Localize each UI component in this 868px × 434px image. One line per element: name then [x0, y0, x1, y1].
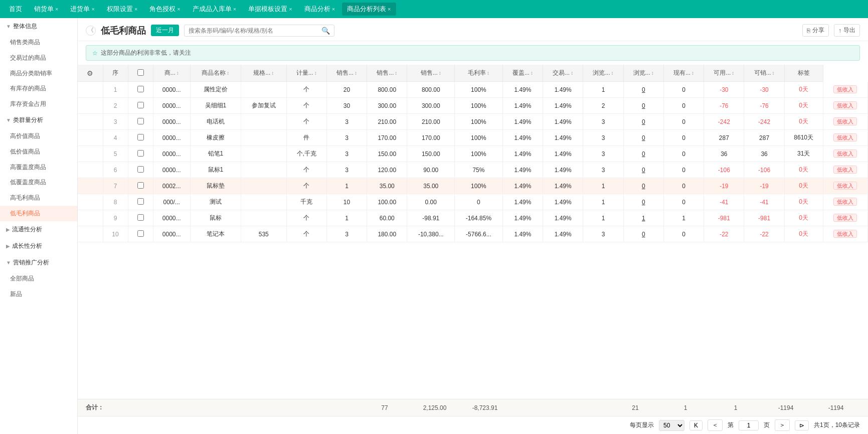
nav-template-settings[interactable]: 单据模板设置 × — [243, 3, 297, 16]
sidebar-item-stocked-goods[interactable]: 有库存的商品 — [0, 81, 77, 96]
sidebar-collapse-button[interactable]: 《 — [86, 26, 96, 36]
row-checkbox[interactable] — [137, 166, 144, 173]
th-seq[interactable]: 序 — [103, 65, 128, 82]
nav-analysis-list[interactable]: 商品分析列表 × — [342, 3, 396, 16]
th-unit[interactable]: 计量...↕ — [286, 65, 326, 82]
row-view1[interactable]: 0 — [623, 162, 663, 178]
row-view1[interactable]: 0 — [623, 98, 663, 114]
row-view1[interactable]: 0 — [623, 146, 663, 162]
row-checkbox[interactable] — [137, 134, 144, 140]
nav-close-finished[interactable]: × — [233, 6, 236, 12]
th-product-code[interactable]: 商...↕ — [153, 65, 190, 82]
row-view1[interactable]: 0 — [623, 82, 663, 98]
row-checkbox-cell[interactable] — [128, 130, 153, 146]
sidebar-item-low-coverage[interactable]: 低覆盖度商品 — [0, 175, 77, 190]
sidebar-item-new-goods[interactable]: 新品 — [0, 286, 77, 302]
row-checkbox-cell[interactable] — [128, 98, 153, 114]
th-available-stock[interactable]: 可用...↕ — [704, 65, 744, 82]
th-tag[interactable]: 标签 — [784, 65, 823, 82]
sidebar-group-marketing[interactable]: ▼ 营销推广分析 — [0, 254, 77, 271]
row-checkbox-cell[interactable] — [128, 162, 153, 178]
sidebar-item-traded-goods[interactable]: 交易过的商品 — [0, 50, 77, 66]
th-saleable-days[interactable]: 可销...↕ — [744, 65, 784, 82]
per-page-select[interactable]: 50 100 200 — [659, 420, 684, 431]
row-unit: 个 — [286, 98, 326, 114]
row-checkbox[interactable] — [137, 198, 144, 205]
sidebar-item-all-goods[interactable]: 全部商品 — [0, 271, 77, 286]
th-sale-profit[interactable]: 销售...↕ — [407, 65, 455, 82]
nav-role-auth[interactable]: 角色授权 × — [144, 3, 185, 16]
nav-purchase-order[interactable]: 进货单 × — [65, 3, 99, 16]
row-view1[interactable]: 0 — [623, 130, 663, 146]
row-checkbox[interactable] — [137, 214, 144, 221]
sidebar-group-flow[interactable]: ▶ 流通性分析 — [0, 221, 77, 238]
th-current-stock[interactable]: 现有...↕ — [663, 65, 704, 82]
nav-product-analysis[interactable]: 商品分析 × — [299, 3, 340, 16]
row-view1[interactable]: 0 — [623, 226, 663, 242]
date-filter-button[interactable]: 近一月 — [151, 25, 179, 36]
export-button[interactable]: ↑ 导出 — [834, 24, 860, 37]
nav-close-list[interactable]: × — [388, 6, 391, 12]
nav-close-role[interactable]: × — [177, 6, 180, 12]
settings-icon[interactable]: ⚙ — [87, 69, 93, 77]
sidebar-item-low-margin[interactable]: 低毛利商品 — [0, 206, 77, 221]
row-checkbox[interactable] — [137, 150, 144, 157]
nav-finished-goods[interactable]: 产成品入库单 × — [188, 3, 241, 16]
share-button[interactable]: ⎘ 分享 — [802, 24, 829, 37]
th-gross-rate[interactable]: 毛利率↕ — [455, 65, 503, 82]
prev-page-btn[interactable]: ＜ — [708, 419, 723, 431]
sidebar-group-overview[interactable]: ▼ 整体信息 — [0, 18, 77, 35]
sidebar-item-high-coverage[interactable]: 高覆盖度商品 — [0, 160, 77, 175]
th-checkbox[interactable] — [128, 65, 153, 82]
th-trade[interactable]: 交易...↕ — [543, 65, 583, 82]
row-checkbox[interactable] — [137, 118, 144, 124]
sidebar-item-inventory-capital[interactable]: 库存资金占用 — [0, 96, 77, 112]
row-view1[interactable]: 0 — [623, 114, 663, 130]
sidebar-group-cluster[interactable]: ▼ 类群量分析 — [0, 112, 77, 128]
th-sale-qty[interactable]: 销售...↕ — [326, 65, 367, 82]
row-view1[interactable]: 1 — [623, 210, 663, 226]
sidebar-item-sales-goods[interactable]: 销售类商品 — [0, 35, 77, 50]
sidebar-item-high-value[interactable]: 高价值商品 — [0, 128, 77, 144]
sidebar-item-category-rate[interactable]: 商品分类助销率 — [0, 66, 77, 81]
row-checkbox-cell[interactable] — [128, 146, 153, 162]
search-input[interactable] — [189, 27, 318, 34]
row-checkbox-cell[interactable] — [128, 82, 153, 98]
row-checkbox[interactable] — [137, 230, 144, 237]
th-spec[interactable]: 规格...↕ — [241, 65, 286, 82]
row-checkbox[interactable] — [137, 102, 144, 108]
search-icon[interactable]: 🔍 — [321, 27, 330, 35]
nav-close-purchase[interactable]: × — [91, 6, 94, 12]
row-checkbox-cell[interactable] — [128, 178, 153, 194]
th-sale-amt[interactable]: 销售...↕ — [367, 65, 407, 82]
next-page-btn[interactable]: ＞ — [775, 419, 790, 431]
th-view2[interactable]: 浏览...↕ — [623, 65, 663, 82]
sidebar-group-growth[interactable]: ▶ 成长性分析 — [0, 238, 77, 254]
first-page-btn[interactable]: K — [689, 420, 703, 430]
nav-home[interactable]: 首页 — [4, 3, 27, 16]
row-checkbox-cell[interactable] — [128, 194, 153, 210]
nav-permissions[interactable]: 权限设置 × — [102, 3, 142, 16]
row-checkbox-cell[interactable] — [128, 226, 153, 242]
th-product-name[interactable]: 商品名称↕ — [190, 65, 241, 82]
nav-close-permissions[interactable]: × — [134, 6, 137, 12]
page-input[interactable] — [739, 420, 759, 430]
nav-close-analysis[interactable]: × — [332, 6, 335, 12]
last-page-btn[interactable]: ⊳ — [795, 420, 809, 430]
th-view1[interactable]: 浏览...↕ — [583, 65, 623, 82]
row-checkbox[interactable] — [137, 86, 144, 92]
row-checkbox[interactable] — [137, 182, 144, 189]
nav-sales-order[interactable]: 销货单 × — [29, 3, 63, 16]
sidebar-item-high-margin[interactable]: 高毛利商品 — [0, 190, 77, 206]
row-view1[interactable]: 0 — [623, 194, 663, 210]
th-coverage[interactable]: 覆盖...↕ — [502, 65, 543, 82]
sidebar-item-low-value[interactable]: 低价值商品 — [0, 144, 77, 160]
select-all-checkbox[interactable] — [137, 69, 144, 76]
row-checkbox-cell[interactable] — [128, 114, 153, 130]
row-checkbox-cell[interactable] — [128, 210, 153, 226]
nav-close-sales[interactable]: × — [55, 6, 58, 12]
row-trade: 1 — [583, 210, 623, 226]
row-view1[interactable]: 0 — [623, 178, 663, 194]
th-settings[interactable]: ⚙ — [78, 65, 103, 82]
nav-close-template[interactable]: × — [289, 6, 292, 12]
